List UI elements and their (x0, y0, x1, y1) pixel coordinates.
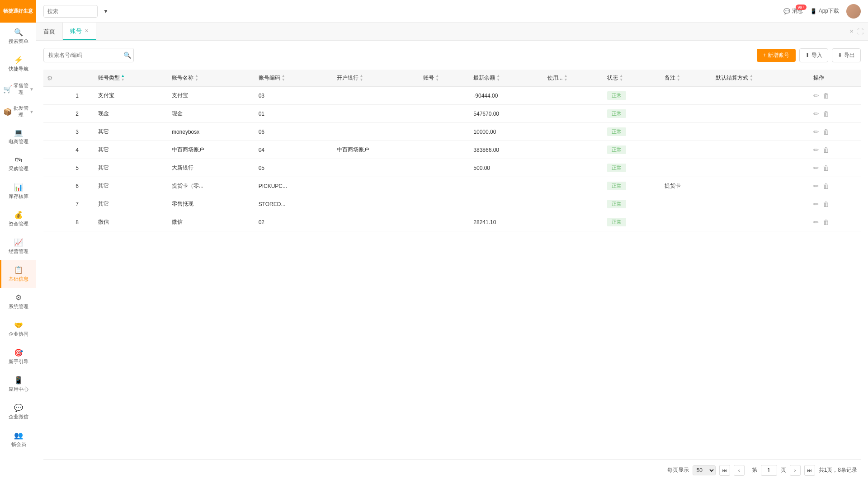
sidebar-item-search-menu[interactable]: 🔍搜索菜单 (0, 23, 36, 50)
delete-button-3[interactable]: 🗑 (823, 146, 830, 154)
cell-type-2: 其它 (94, 123, 168, 141)
cell-code-3: 04 (255, 141, 333, 159)
top-search-input[interactable] (43, 5, 98, 18)
delete-button-5[interactable]: 🗑 (823, 182, 830, 190)
sidebar-item-finance-mgmt[interactable]: 💰资金管理 (0, 205, 36, 233)
top-bar-right: 💬 消息 99+ 📱 App下载 (783, 4, 861, 19)
cell-note-5: 提货卡 (661, 177, 712, 195)
cell-default-settle-2 (712, 123, 810, 141)
edit-button-2[interactable]: ✏ (813, 128, 819, 136)
table-row: 8 微信 微信 02 28241.10 正常 ✏ 🗑 (43, 213, 861, 231)
sidebar-item-app-center[interactable]: 📱应用中心 (0, 371, 36, 398)
search-input[interactable] (44, 52, 121, 58)
cell-default-settle-1 (712, 105, 810, 123)
edit-button-1[interactable]: ✏ (813, 110, 819, 118)
edit-button-5[interactable]: ✏ (813, 182, 819, 190)
message-icon: 💬 (783, 8, 790, 14)
import-button[interactable]: ⬆ 导入 (799, 48, 828, 62)
edit-button-7[interactable]: ✏ (813, 218, 819, 226)
delete-button-0[interactable]: 🗑 (823, 92, 830, 100)
sidebar-item-quick-nav[interactable]: ⚡快捷导航 (0, 50, 36, 78)
th-bank[interactable]: 开户银行▲▼ (333, 70, 420, 87)
th-use[interactable]: 使用...▲▼ (544, 70, 604, 87)
sidebar-item-new-guide[interactable]: 🎯新手引导 (0, 343, 36, 371)
cell-default-settle-7 (712, 213, 810, 231)
add-account-button[interactable]: + 新增账号 (757, 49, 796, 62)
prev-page-button[interactable]: ‹ (734, 465, 745, 476)
delete-button-2[interactable]: 🗑 (823, 128, 830, 136)
next-page-button[interactable]: › (790, 465, 801, 476)
action-buttons-6: ✏ 🗑 (813, 200, 857, 208)
sidebar-item-retail-mgmt[interactable]: 🛒零售管理▼ (0, 78, 36, 100)
message-button[interactable]: 💬 消息 99+ (783, 7, 803, 15)
cell-balance-2: 10000.00 (470, 123, 543, 141)
cell-action-4: ✏ 🗑 (810, 159, 861, 177)
tab-account[interactable]: 账号 ✕ (63, 23, 96, 40)
settings-icon[interactable]: ⚙ (47, 75, 53, 82)
sidebar-icon-wholesale-mgmt: 📦 (3, 108, 12, 116)
sidebar-item-member[interactable]: 👥畅会员 (0, 426, 36, 453)
close-icon[interactable]: ✕ (849, 28, 854, 34)
cell-use-5 (544, 177, 604, 195)
sidebar-item-inventory[interactable]: 📊库存核算 (0, 178, 36, 205)
cell-action-3: ✏ 🗑 (810, 141, 861, 159)
th-name[interactable]: 账号名称▲▼ (168, 70, 255, 87)
sidebar-item-basic-info[interactable]: 📋基础信息 (0, 260, 36, 288)
th-note[interactable]: 备注▲▼ (661, 70, 712, 87)
delete-button-1[interactable]: 🗑 (823, 110, 830, 118)
cell-action-5: ✏ 🗑 (810, 177, 861, 195)
cell-name-0: 支付宝 (168, 87, 255, 105)
th-default-settle[interactable]: 默认结算方式▲▼ (712, 70, 810, 87)
edit-button-6[interactable]: ✏ (813, 200, 819, 208)
status-badge-7: 正常 (607, 218, 626, 226)
sidebar-item-enterprise-wechat[interactable]: 💬企业微信 (0, 398, 36, 426)
cell-action-0: ✏ 🗑 (810, 87, 861, 105)
th-type[interactable]: 账号类型▲▼ (94, 70, 168, 87)
top-dropdown[interactable]: ▼ (103, 8, 108, 14)
delete-button-6[interactable]: 🗑 (823, 200, 830, 208)
avatar-image (846, 4, 861, 19)
sidebar-item-wholesale-mgmt[interactable]: 📦批发管理▼ (0, 100, 36, 123)
th-status[interactable]: 状态▲▼ (604, 70, 660, 87)
page-label-suffix: 页 (781, 466, 786, 474)
sidebar-item-operations-mgmt[interactable]: 📈经营管理 (0, 233, 36, 260)
page-size-select[interactable]: 50 10 20 100 (693, 465, 716, 475)
last-page-button[interactable]: ⏭ (804, 465, 815, 476)
sidebar-icon-app-center: 📱 (14, 376, 23, 385)
tab-bar: 首页 账号 ✕ ✕ ⛶ (36, 23, 868, 41)
sidebar-icon-enterprise-agreement: 🤝 (14, 321, 23, 329)
toolbar-right: + 新增账号 ⬆ 导入 ⬇ 导出 (757, 48, 861, 62)
sidebar: 畅捷通好生意 🔍搜索菜单⚡快捷导航🛒零售管理▼📦批发管理▼💻电商管理🛍采购管理📊… (0, 0, 36, 488)
sidebar-item-enterprise-agreement[interactable]: 🤝企业协同 (0, 315, 36, 343)
th-settings[interactable]: ⚙ (43, 70, 72, 87)
cell-account-3 (420, 141, 470, 159)
tab-home[interactable]: 首页 (36, 23, 63, 40)
tab-close-icon[interactable]: ✕ (85, 28, 89, 34)
edit-button-3[interactable]: ✏ (813, 146, 819, 154)
edit-button-4[interactable]: ✏ (813, 164, 819, 172)
avatar[interactable] (846, 4, 861, 19)
delete-button-4[interactable]: 🗑 (823, 164, 830, 172)
first-page-button[interactable]: ⏮ (719, 465, 730, 476)
app-download-button[interactable]: 📱 App下载 (810, 7, 839, 15)
th-code[interactable]: 账号编码▲▼ (255, 70, 333, 87)
search-button[interactable]: 🔍 (121, 48, 133, 62)
sidebar-item-purchase-mgmt[interactable]: 🛍采购管理 (0, 150, 36, 178)
top-bar: ▼ 💬 消息 99+ 📱 App下载 (36, 0, 868, 23)
th-account[interactable]: 账号▲▼ (420, 70, 470, 87)
cell-name-6: 零售抵现 (168, 195, 255, 213)
sidebar-item-ecommerce-mgmt[interactable]: 💻电商管理 (0, 123, 36, 150)
sidebar-item-system-mgmt[interactable]: ⚙系统管理 (0, 288, 36, 315)
cell-num-5: 6 (72, 177, 94, 195)
page-input[interactable] (761, 465, 777, 476)
cell-num-0: 1 (72, 87, 94, 105)
cell-status-2: 正常 (604, 123, 660, 141)
edit-button-0[interactable]: ✏ (813, 92, 819, 100)
th-balance[interactable]: 最新余额▲▼ (470, 70, 543, 87)
sidebar-icon-basic-info: 📋 (14, 266, 23, 274)
delete-button-7[interactable]: 🗑 (823, 218, 830, 226)
maximize-icon[interactable]: ⛶ (857, 28, 863, 35)
export-button[interactable]: ⬇ 导出 (832, 48, 861, 62)
status-badge-5: 正常 (607, 182, 626, 190)
import-label: 导入 (811, 52, 822, 59)
